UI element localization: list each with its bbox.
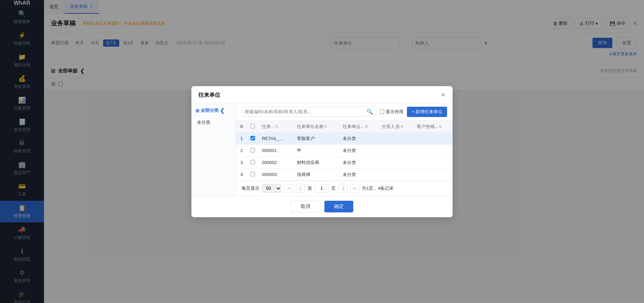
row-price	[413, 156, 453, 168]
th-category-label: 往来单位...	[343, 124, 364, 130]
row-manager	[378, 156, 413, 168]
row-name: 零散客户	[293, 132, 339, 144]
dialog-toolbar: 🔍 显示停用 + 新增往来单位	[236, 103, 453, 121]
th-code: 往来... ⇅	[258, 121, 293, 133]
dialog-sidebar-item-uncategorized[interactable]: 未分类	[191, 117, 236, 128]
dialog-main: 🔍 显示停用 + 新增往来单位 ⚙	[236, 103, 453, 196]
table-row[interactable]: 3 000002 材料供应商 未分类	[236, 156, 453, 168]
table-select-all[interactable]	[251, 124, 255, 128]
page-label-suffix: 页	[331, 185, 336, 191]
dialog-header: 往来单位 ✕	[191, 86, 453, 103]
th-manager: 分管人员 ⇅	[378, 121, 413, 133]
collapse-icon[interactable]: ❮	[220, 107, 224, 114]
dialog-search-input[interactable]	[245, 109, 365, 114]
dialog-body: ⊞ 全部分类 ❮ 未分类 🔍 显示停用	[191, 103, 453, 196]
total-label: 共1页，4条记录	[362, 185, 393, 191]
row-checkbox[interactable]	[251, 160, 255, 164]
row-num: 3	[236, 156, 247, 168]
th-settings: ⚙	[236, 121, 247, 133]
row-checkbox-cell[interactable]	[247, 132, 258, 144]
th-category: 往来单位... ⇅	[339, 121, 378, 133]
row-checkbox-cell[interactable]	[247, 168, 258, 180]
row-price	[413, 168, 453, 180]
sort-icon: ⇅	[275, 125, 278, 128]
dialog-table-wrap: ⚙ 往来... ⇅ 往来单位名	[236, 121, 453, 181]
row-name: 张师傅	[293, 168, 339, 180]
row-checkbox[interactable]	[251, 172, 255, 176]
next-page-btn[interactable]: ❯	[338, 184, 347, 193]
row-name: 甲	[293, 144, 339, 156]
show-disabled-text: 显示停用	[386, 109, 403, 115]
th-checkbox	[247, 121, 258, 133]
row-checkbox[interactable]	[251, 136, 255, 140]
cancel-button[interactable]: 取消	[291, 201, 320, 212]
row-category: 未分类	[339, 156, 378, 168]
cancel-label: 取消	[301, 203, 310, 209]
dialog-pagination: 每页显示 50 20 100 ⏮ ❮ 第 页 ❯ ⏭ 共1页，4条记录	[236, 181, 453, 196]
row-code: 000002	[258, 156, 293, 168]
page-size-select[interactable]: 50 20 100	[262, 184, 281, 193]
confirm-label: 确定	[334, 203, 344, 209]
th-name-label: 往来单位名称	[297, 124, 324, 130]
row-checkbox-cell[interactable]	[247, 144, 258, 156]
row-checkbox-cell[interactable]	[247, 156, 258, 168]
grid-icon: ⊞	[196, 108, 199, 113]
sort-icon: ⇅	[365, 125, 368, 128]
row-num: 1	[236, 132, 247, 144]
row-price	[413, 144, 453, 156]
row-manager	[378, 168, 413, 180]
add-partner-button[interactable]: + 新增往来单位	[407, 107, 447, 117]
row-category: 未分类	[339, 168, 378, 180]
sort-icon: ⇅	[324, 125, 327, 128]
page-number-input[interactable]	[315, 184, 329, 193]
row-code: 000001	[258, 144, 293, 156]
first-page-btn[interactable]: ⏮	[284, 184, 293, 193]
th-name: 往来单位名称 ⇅	[293, 121, 339, 133]
row-num: 4	[236, 168, 247, 180]
dialog-sidebar: ⊞ 全部分类 ❮ 未分类	[191, 103, 236, 196]
th-price: 客户价格... ⇅	[413, 121, 453, 133]
th-price-label: 客户价格...	[417, 124, 438, 130]
uncategorized-label: 未分类	[197, 120, 210, 125]
th-manager-label: 分管人员	[382, 124, 400, 130]
row-manager	[378, 132, 413, 144]
dialog-footer: 取消 确定	[191, 196, 453, 217]
sort-icon: ⇅	[439, 125, 442, 128]
sort-icon: ⇅	[400, 125, 403, 128]
row-category: 未分类	[339, 144, 378, 156]
row-checkbox[interactable]	[251, 148, 255, 152]
row-manager	[378, 144, 413, 156]
row-name: 材料供应商	[293, 156, 339, 168]
add-partner-label: + 新增往来单位	[412, 109, 442, 114]
confirm-button[interactable]: 确定	[324, 201, 353, 212]
dialog-sidebar-title: ⊞ 全部分类 ❮	[191, 107, 236, 117]
partner-dialog: 往来单位 ✕ ⊞ 全部分类 ❮ 未分类	[191, 86, 453, 217]
show-disabled-checkbox[interactable]	[380, 109, 384, 114]
th-code-label: 往来...	[262, 124, 275, 130]
row-num: 2	[236, 144, 247, 156]
row-category: 未分类	[339, 132, 378, 144]
row-code: 000003	[258, 168, 293, 180]
prev-page-btn[interactable]: ❮	[296, 184, 305, 193]
table-row[interactable]: 1 RETAIL_... 零散客户 未分类	[236, 132, 453, 144]
row-code: RETAIL_...	[258, 132, 293, 144]
show-disabled-label[interactable]: 显示停用	[380, 109, 403, 115]
dialog-table: ⚙ 往来... ⇅ 往来单位名	[236, 121, 453, 181]
table-row[interactable]: 4 000003 张师傅 未分类	[236, 168, 453, 180]
table-row[interactable]: 2 000001 甲 未分类	[236, 144, 453, 156]
page-size-label: 每页显示	[242, 185, 259, 191]
dialog-close-icon[interactable]: ✕	[441, 92, 446, 98]
dialog-search-box[interactable]: 🔍	[242, 107, 376, 117]
row-price	[413, 132, 453, 144]
dialog-search-icon: 🔍	[366, 108, 373, 115]
dialog-title: 往来单位	[198, 92, 220, 99]
last-page-btn[interactable]: ⏭	[350, 184, 359, 193]
page-label-prefix: 第	[308, 185, 312, 191]
dialog-sidebar-title-text: 全部分类	[201, 107, 219, 114]
modal-overlay[interactable]: 往来单位 ✕ ⊞ 全部分类 ❮ 未分类	[0, 0, 644, 303]
